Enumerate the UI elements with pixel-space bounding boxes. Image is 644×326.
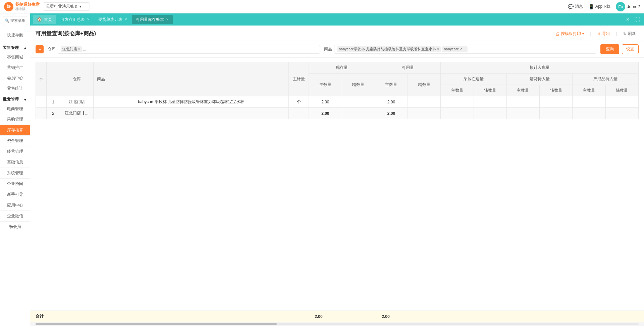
th-incoming-main: 主数量 — [506, 85, 539, 96]
sidebar-item-retail-stats[interactable]: 零售统计 — [0, 83, 30, 94]
tab-summary-close[interactable]: ✕ — [87, 18, 90, 21]
th-settings: ⚙ — [36, 62, 47, 96]
sidebar-item-basic[interactable]: 基础信息 — [0, 157, 30, 168]
sidebar-item-finance[interactable]: 资金管理 — [0, 136, 30, 146]
filter-toggle-btn[interactable]: » — [36, 45, 44, 53]
setting-button[interactable]: 设置 — [622, 44, 639, 54]
warehouse-tag: 江北门店 × — [61, 46, 82, 52]
sidebar-group-header-retail[interactable]: 零售管理 ▲ — [0, 42, 30, 52]
sidebar-item-retail-mall[interactable]: 零售商城 — [0, 52, 30, 62]
search-icon: 🔍 — [5, 18, 9, 23]
sidebar-group-collab: 企业协同 — [0, 179, 30, 189]
sidebar-item-procurement[interactable]: 采购管理 — [0, 114, 30, 125]
page-actions: 🖨 按模板打印 ▾ | ⬆ 导出 | ↻ 刷新 — [553, 30, 639, 38]
tab-summary-label: 收发存汇总表 — [61, 17, 85, 22]
sidebar-item-operations[interactable]: 经营管理 — [0, 146, 30, 157]
tab-order-stat-close[interactable]: ✕ — [124, 18, 127, 21]
data-table: ⚙ 仓库 商品 主计量 现存量 可用量 预计入库量 — [36, 62, 639, 119]
th-available-sub: 辅数量 — [408, 74, 441, 96]
td-purchase-main-1 — [441, 96, 474, 108]
tab-order-stat[interactable]: 要货单统计表 ✕ — [94, 15, 131, 24]
home-icon: 🏠 — [37, 17, 42, 22]
message-label: 消息 — [575, 4, 583, 9]
page-content: 可用量查询(按仓库+商品) 🖨 按模板打印 ▾ | ⬆ 导出 | — [30, 26, 644, 311]
main-layout: 🔍 搜索菜单 快捷导航 零售管理 ▲ 零售商城 营销推广 会员中心 零售统计 批… — [0, 13, 644, 326]
app-download-action[interactable]: 📱 App下载 — [588, 4, 610, 9]
avatar-initials: Ea — [619, 5, 623, 9]
th-available: 可用量 — [375, 62, 441, 74]
product-input[interactable]: babycare学饮杯 儿童防摔防撞吸管杯重力球吸嘴杯宝宝水杯 × babyca… — [334, 45, 596, 54]
footer-total: 合计 2.00 2.00 — [30, 311, 644, 322]
sidebar-item-inventory[interactable]: 库存核算 — [0, 125, 30, 135]
page-header: 可用量查询(按仓库+商品) 🖨 按模板打印 ▾ | ⬆ 导出 | — [30, 26, 644, 41]
td-incoming-sub-1 — [540, 96, 573, 108]
toggle-icon: » — [39, 47, 41, 52]
sidebar-item-collab[interactable]: 企业协同 — [0, 179, 30, 189]
template-print-btn[interactable]: 🖨 按模板打印 ▾ — [553, 30, 587, 38]
message-icon: 💬 — [568, 4, 574, 9]
search-menu-button[interactable]: 🔍 搜索菜单 — [3, 16, 27, 25]
tab-available-stock[interactable]: 可用量库存账本 ✕ — [132, 15, 173, 24]
sidebar-item-system[interactable]: 系统管理 — [0, 168, 30, 178]
sidebar-item-member[interactable]: 会员中心 — [0, 73, 30, 83]
td-unit-1: 个 — [289, 96, 309, 108]
user-action[interactable]: Ea demo2 — [616, 2, 640, 11]
warehouse-input[interactable]: 江北门店 × ... — [58, 45, 320, 54]
sidebar-group-apps: 应用中心 — [0, 200, 30, 211]
sidebar-item-marketing[interactable]: 营销推广 — [0, 62, 30, 73]
warehouse-tag-close[interactable]: × — [78, 47, 80, 51]
td-current-sub-2 — [342, 108, 375, 119]
logo-subtitle: 标准版 — [15, 7, 40, 11]
th-forecast: 预计入库量 — [441, 62, 639, 74]
td-warehouse-1: 江北门店 — [60, 96, 94, 108]
td-products-main-2 — [573, 108, 605, 119]
export-btn[interactable]: ⬆ 导出 — [595, 30, 613, 38]
product-label: 商品 — [324, 46, 332, 52]
sidebar-item-wechat[interactable]: 企业微信 — [0, 211, 30, 221]
tab-order-stat-label: 要货单统计表 — [98, 17, 122, 22]
th-purchase-main: 主数量 — [441, 85, 474, 96]
divider2: | — [616, 31, 617, 36]
td-products-main-1 — [573, 96, 605, 108]
th-current-main: 主数量 — [309, 74, 342, 96]
industry-selector[interactable]: 母婴行业演示账套 ▾ — [43, 2, 90, 11]
sidebar-group-system: 系统管理 — [0, 168, 30, 179]
message-action[interactable]: 💬 消息 — [568, 4, 583, 9]
top-bar: 好 畅捷通好生意 标准版 母婴行业演示账套 ▾ 💬 消息 📱 App下载 Ea … — [0, 0, 644, 13]
th-products-pending: 产成品待入量 — [573, 74, 639, 85]
th-incoming-sub: 辅数量 — [540, 85, 573, 96]
tab-summary[interactable]: 收发存汇总表 ✕ — [57, 15, 94, 24]
td-seq-2: 2 — [47, 108, 60, 119]
divider: | — [590, 31, 591, 36]
sidebar-item-apps[interactable]: 应用中心 — [0, 200, 30, 211]
close-all-icon[interactable]: ✕ — [625, 15, 631, 24]
filter-product-group: 商品 babycare学饮杯 儿童防摔防撞吸管杯重力球吸嘴杯宝宝水杯 × bab… — [324, 45, 596, 54]
gear-icon[interactable]: ⚙ — [39, 77, 43, 82]
td-incoming-main-1 — [506, 96, 539, 108]
td-current-main-1: 2.00 — [309, 96, 342, 108]
download-icon: 📱 — [588, 4, 594, 9]
th-products-main: 主数量 — [573, 85, 605, 96]
sidebar-group-header-wholesale[interactable]: 批发管理 ▼ — [0, 94, 30, 104]
total-current-main: 2.00 — [302, 314, 335, 319]
logo-area: 好 畅捷通好生意 标准版 — [4, 2, 40, 11]
sidebar-item-quick-nav[interactable]: 快捷导航 — [0, 30, 30, 40]
table-row: 2 江北门店【... 2.00 2.00 — [36, 108, 639, 119]
expand-icon[interactable]: ⛶ — [634, 15, 641, 24]
td-products-sub-1 — [605, 96, 638, 108]
tab-home[interactable]: 🏠 首页 — [33, 15, 56, 24]
td-purchase-sub-2 — [474, 108, 506, 119]
refresh-btn[interactable]: ↻ 刷新 — [621, 30, 639, 38]
tab-available-stock-close[interactable]: ✕ — [166, 18, 169, 21]
sidebar-item-ecommerce[interactable]: 电商管理 — [0, 104, 30, 114]
filter-warehouse-group: 仓库 江北门店 × ... — [48, 45, 320, 54]
sidebar-item-member-plus[interactable]: 畅会员 — [0, 222, 30, 232]
warehouse-label: 仓库 — [48, 46, 56, 52]
sidebar-item-guide[interactable]: 新手引导 — [0, 189, 30, 200]
sidebar-group-member-plus: 畅会员 — [0, 222, 30, 232]
td-purchase-main-2 — [441, 108, 474, 119]
query-button[interactable]: 查询 — [600, 44, 619, 54]
scroll-track[interactable] — [36, 323, 639, 325]
more-icon: ... — [83, 47, 86, 51]
product-tag-1-close[interactable]: × — [437, 47, 439, 51]
